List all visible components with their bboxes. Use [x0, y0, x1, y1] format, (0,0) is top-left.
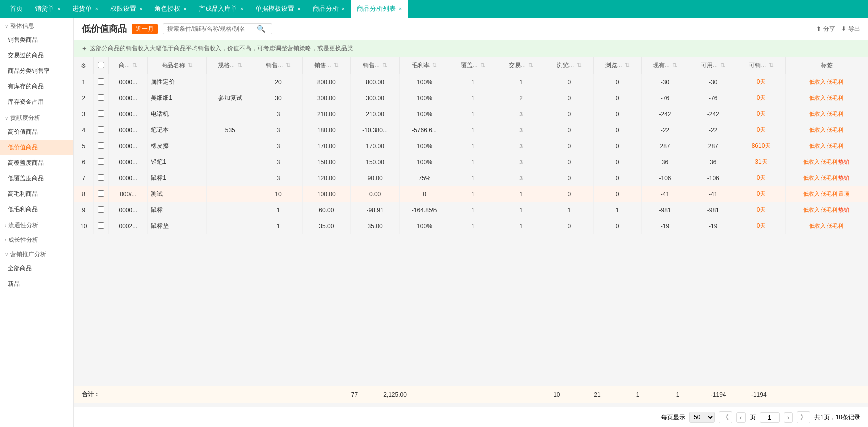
- select-all-checkbox[interactable]: [98, 62, 104, 68]
- cell-name: 属性定价: [148, 74, 207, 90]
- sidebar-item-new-products[interactable]: 新品: [0, 276, 73, 292]
- next-page-btn[interactable]: ›: [784, 412, 793, 423]
- per-page-select[interactable]: 50 100: [689, 412, 715, 423]
- close-icon[interactable]: ×: [399, 6, 402, 12]
- cell-views1[interactable]: 0: [545, 106, 593, 122]
- nav-home[interactable]: 首页: [4, 0, 29, 18]
- cell-views1[interactable]: 0: [545, 90, 593, 106]
- nav-template-settings[interactable]: 单据模板设置 ×: [249, 0, 306, 18]
- th-available[interactable]: 可用... ⇅: [689, 57, 737, 74]
- th-sales-cost[interactable]: 销售... ⇅: [350, 57, 399, 74]
- cell-name: 测试: [148, 186, 207, 202]
- cell-sellable: 0天: [737, 74, 785, 90]
- close-icon[interactable]: ×: [57, 6, 60, 12]
- cell-checkbox[interactable]: [94, 154, 109, 170]
- cell-sales-cost: 800.00: [350, 74, 399, 90]
- cell-checkbox[interactable]: [94, 122, 109, 138]
- sidebar-item-traded-products[interactable]: 交易过的商品: [0, 48, 73, 63]
- page-input[interactable]: [760, 412, 780, 423]
- prev-page-btn[interactable]: ‹: [736, 412, 745, 423]
- cell-checkbox[interactable]: [94, 106, 109, 122]
- sidebar-item-high-value[interactable]: 高价值商品: [0, 124, 73, 140]
- cell-checkbox[interactable]: [94, 90, 109, 106]
- sidebar-section-growth[interactable]: › 成长性分析: [0, 232, 73, 246]
- sidebar-section-flow[interactable]: › 流通性分析: [0, 217, 73, 232]
- cell-no: 2: [74, 90, 94, 106]
- sidebar-item-in-stock[interactable]: 有库存的商品: [0, 79, 73, 94]
- last-page-btn[interactable]: 》: [797, 411, 810, 423]
- nav-finished-goods[interactable]: 产成品入库单 ×: [193, 0, 249, 18]
- sidebar-section-contribution[interactable]: ∨ 贡献度分析: [0, 110, 73, 124]
- cell-checkbox[interactable]: [94, 138, 109, 154]
- cell-views1[interactable]: 0: [545, 170, 593, 186]
- share-button[interactable]: ⬆ 分享: [816, 25, 835, 33]
- cell-checkbox[interactable]: [94, 74, 109, 90]
- th-coverage[interactable]: 覆盖... ⇅: [449, 57, 497, 74]
- sidebar-item-low-coverage[interactable]: 低覆盖度商品: [0, 171, 73, 186]
- cell-views2: 0: [593, 122, 641, 138]
- close-icon[interactable]: ×: [342, 6, 345, 12]
- cell-views1[interactable]: 0: [545, 186, 593, 202]
- nav-product-analysis-list[interactable]: 商品分析列表 ×: [351, 0, 408, 18]
- cell-views1[interactable]: 0: [545, 154, 593, 170]
- cell-views1[interactable]: 0: [545, 122, 593, 138]
- table-row: 3 0000... 电话机 3 210.00 210.00 100% 1 3 0…: [74, 106, 868, 122]
- sidebar-item-category-sales-rate[interactable]: 商品分类销售率: [0, 63, 73, 79]
- search-input[interactable]: [167, 25, 257, 32]
- sidebar-item-high-margin[interactable]: 高毛利商品: [0, 186, 73, 202]
- th-sellable[interactable]: 可销... ⇅: [737, 57, 785, 74]
- cell-gross-margin: 100%: [400, 138, 449, 154]
- search-icon[interactable]: 🔍: [257, 25, 265, 33]
- cell-views1[interactable]: 0: [545, 218, 593, 234]
- cell-available: -106: [689, 170, 737, 186]
- scrollbar[interactable]: [74, 403, 868, 407]
- cell-checkbox[interactable]: [94, 170, 109, 186]
- table-row: 9 0000... 鼠标 1 60.00 -98.91 -164.85% 1 1…: [74, 202, 868, 218]
- cell-views1[interactable]: 1: [545, 202, 593, 218]
- sidebar-item-sales-products[interactable]: 销售类商品: [0, 32, 73, 48]
- close-icon[interactable]: ×: [139, 6, 142, 12]
- th-current[interactable]: 现有... ⇅: [641, 57, 689, 74]
- th-sales-qty[interactable]: 销售... ⇅: [254, 57, 302, 74]
- cell-views1[interactable]: 0: [545, 74, 593, 90]
- th-trade[interactable]: 交易... ⇅: [497, 57, 545, 74]
- th-views1[interactable]: 浏览... ⇅: [545, 57, 593, 74]
- summary-sales-amount: 2,125.00: [375, 391, 415, 398]
- th-spec[interactable]: 规格... ⇅: [207, 57, 254, 74]
- export-button[interactable]: ⬇ 导出: [841, 25, 860, 33]
- sidebar-item-low-margin[interactable]: 低毛利商品: [0, 202, 73, 217]
- first-page-btn[interactable]: 《: [719, 411, 732, 423]
- close-icon[interactable]: ×: [297, 6, 300, 12]
- cell-gross-margin: 0: [400, 186, 449, 202]
- th-name[interactable]: 商品名称 ⇅: [148, 57, 207, 74]
- th-checkbox[interactable]: [94, 57, 109, 74]
- sidebar-item-low-value[interactable]: 低价值商品: [0, 140, 73, 155]
- cell-name: 鼠标1: [148, 170, 207, 186]
- cell-checkbox[interactable]: [94, 186, 109, 202]
- sidebar-item-all-products[interactable]: 全部商品: [0, 261, 73, 276]
- cell-trade: 1: [497, 74, 545, 90]
- th-views2[interactable]: 浏览... ⇅: [593, 57, 641, 74]
- nav-sales-order[interactable]: 销货单 ×: [29, 0, 66, 18]
- sidebar-section-marketing[interactable]: ∨ 营销推广分析: [0, 246, 73, 261]
- cell-checkbox[interactable]: [94, 218, 109, 234]
- sidebar-section-overall[interactable]: ∨ 整体信息: [0, 18, 73, 32]
- sidebar-item-high-coverage[interactable]: 高覆盖度商品: [0, 155, 73, 171]
- close-icon[interactable]: ×: [240, 6, 243, 12]
- close-icon[interactable]: ×: [183, 6, 186, 12]
- cell-sales-cost: 35.00: [350, 218, 399, 234]
- nav-product-analysis[interactable]: 商品分析 ×: [307, 0, 351, 18]
- nav-purchase-order[interactable]: 进货单 ×: [66, 0, 104, 18]
- nav-roles[interactable]: 角色授权 ×: [148, 0, 192, 18]
- th-code[interactable]: 商... ⇅: [109, 57, 148, 74]
- collapse-arrow-icon: ›: [5, 237, 6, 243]
- sidebar-item-stock-fund[interactable]: 库存资金占用: [0, 94, 73, 110]
- time-filter-btn[interactable]: 近一月: [132, 24, 158, 34]
- cell-views1[interactable]: 0: [545, 138, 593, 154]
- th-sales-amount[interactable]: 销售... ⇅: [302, 57, 350, 74]
- th-settings[interactable]: ⚙: [74, 57, 94, 74]
- close-icon[interactable]: ×: [95, 6, 98, 12]
- th-gross-margin[interactable]: 毛利率 ⇅: [400, 57, 449, 74]
- nav-permissions[interactable]: 权限设置 ×: [104, 0, 148, 18]
- cell-checkbox[interactable]: [94, 202, 109, 218]
